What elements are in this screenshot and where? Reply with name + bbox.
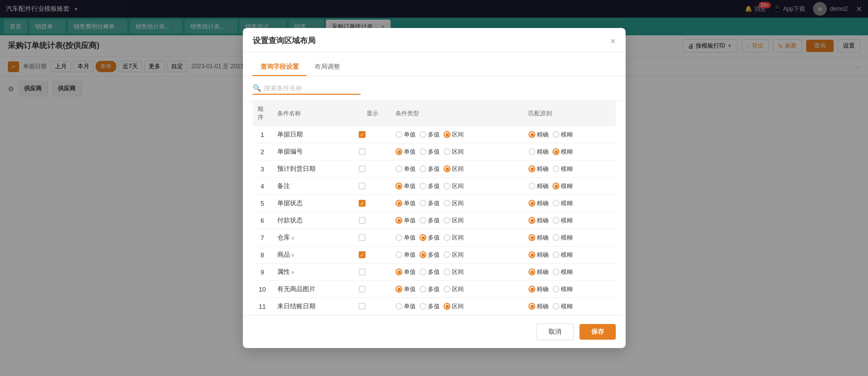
table-row: 11来日结账日期单值多值区间精确模糊 (253, 298, 616, 315)
type-radio-item[interactable]: 单值 (395, 148, 416, 156)
type-radio-item[interactable]: 单值 (395, 234, 416, 242)
radio-circle (395, 183, 402, 189)
type-radio-item[interactable]: 单值 (395, 199, 416, 208)
dialog-close-button[interactable]: × (610, 37, 616, 46)
display-checkbox[interactable] (359, 165, 366, 172)
type-radio-item[interactable]: 区间 (444, 148, 464, 156)
col-match: 匹配原则 (524, 101, 615, 126)
match-radio-item[interactable]: 精确 (528, 302, 549, 311)
display-checkbox[interactable] (359, 286, 366, 293)
display-checkbox[interactable] (359, 217, 366, 224)
radio-circle (552, 131, 559, 138)
type-radio-item[interactable]: 区间 (444, 234, 464, 242)
match-radio-item[interactable]: 精确 (528, 268, 549, 276)
display-checkbox[interactable] (359, 234, 366, 241)
radio-circle (420, 251, 426, 258)
match-radio-item[interactable]: 模糊 (552, 131, 573, 139)
type-radio-item[interactable]: 多值 (420, 268, 440, 276)
type-radio-group: 单值多值区间 (395, 234, 519, 242)
radio-circle (444, 183, 450, 189)
type-radio-item[interactable]: 多值 (420, 131, 440, 139)
type-radio-item[interactable]: 区间 (444, 199, 464, 208)
radio-circle (528, 165, 535, 172)
type-radio-item[interactable]: 区间 (444, 216, 464, 225)
match-radio-item[interactable]: 精确 (528, 148, 549, 156)
row-num: 6 (253, 212, 272, 229)
type-radio-item[interactable]: 区间 (444, 165, 464, 173)
type-radio-item[interactable]: 单值 (395, 182, 416, 190)
match-radio-item[interactable]: 精确 (528, 251, 549, 259)
type-radio-item[interactable]: 多值 (420, 148, 440, 156)
match-radio-item[interactable]: 模糊 (552, 251, 573, 259)
type-radio-item[interactable]: 单值 (395, 216, 416, 225)
match-radio-item[interactable]: 精确 (528, 131, 549, 139)
type-radio-item[interactable]: 多值 (420, 165, 440, 173)
match-radio-item[interactable]: 模糊 (552, 182, 573, 190)
match-radio-item[interactable]: 精确 (528, 165, 549, 173)
radio-circle (420, 217, 426, 224)
display-checkbox[interactable] (359, 183, 366, 189)
save-button[interactable]: 保存 (579, 324, 616, 340)
match-radio-item[interactable]: 模糊 (552, 268, 573, 276)
match-radio-item[interactable]: 模糊 (552, 234, 573, 242)
type-radio-item[interactable]: 多值 (420, 302, 440, 311)
display-checkbox[interactable]: ✓ (359, 251, 366, 258)
col-condition-name: 条件名称 (272, 101, 354, 126)
type-radio-item[interactable]: 多值 (420, 285, 440, 294)
match-radio-item[interactable]: 精确 (528, 285, 549, 294)
cancel-button[interactable]: 取消 (536, 323, 574, 340)
table-row: 2单据编号单值多值区间精确模糊 (253, 143, 616, 161)
type-radio-group: 单值多值区间 (395, 268, 519, 276)
type-radio-item[interactable]: 区间 (444, 131, 464, 139)
type-radio-item[interactable]: 多值 (420, 251, 440, 259)
match-radio-item[interactable]: 模糊 (552, 216, 573, 225)
match-radio-group: 精确模糊 (528, 268, 610, 276)
type-radio-item[interactable]: 区间 (444, 302, 464, 311)
display-checkbox[interactable] (359, 269, 366, 275)
display-checkbox[interactable] (359, 303, 366, 310)
match-radio-item[interactable]: 精确 (528, 234, 549, 242)
display-checkbox[interactable] (359, 148, 366, 155)
match-radio-item[interactable]: 模糊 (552, 148, 573, 156)
match-radio-group: 精确模糊 (528, 199, 610, 208)
type-radio-item[interactable]: 多值 (420, 182, 440, 190)
match-radio-item[interactable]: 精确 (528, 199, 549, 208)
radio-circle (395, 217, 402, 224)
match-radio-group: 精确模糊 (528, 234, 610, 242)
row-num: 9 (253, 264, 272, 281)
match-radio-item[interactable]: 模糊 (552, 165, 573, 173)
search-input[interactable] (264, 84, 361, 92)
type-radio-item[interactable]: 多值 (420, 199, 440, 208)
match-radio-item[interactable]: 模糊 (552, 285, 573, 294)
tab-layout-adjust[interactable]: 布局调整 (307, 58, 348, 76)
row-match-cell: 精确模糊 (524, 298, 615, 315)
match-radio-item[interactable]: 精确 (528, 216, 549, 225)
type-radio-item[interactable]: 单值 (395, 251, 416, 259)
match-radio-group: 精确模糊 (528, 165, 610, 173)
row-type-cell: 单值多值区间 (391, 229, 524, 246)
chevron-down-icon: ∨ (290, 269, 295, 275)
radio-circle (528, 183, 535, 189)
radio-circle (395, 269, 402, 275)
type-radio-item[interactable]: 多值 (420, 216, 440, 225)
type-radio-item[interactable]: 单值 (395, 165, 416, 173)
display-checkbox[interactable]: ✓ (359, 131, 366, 138)
type-radio-item[interactable]: 多值 (420, 234, 440, 242)
type-radio-item[interactable]: 单值 (395, 131, 416, 139)
match-radio-item[interactable]: 模糊 (552, 302, 573, 311)
type-radio-item[interactable]: 区间 (444, 251, 464, 259)
radio-circle (528, 269, 535, 275)
display-checkbox[interactable]: ✓ (359, 200, 366, 207)
match-radio-item[interactable]: 模糊 (552, 199, 573, 208)
type-radio-item[interactable]: 单值 (395, 268, 416, 276)
type-radio-item[interactable]: 区间 (444, 182, 464, 190)
type-radio-item[interactable]: 区间 (444, 285, 464, 294)
radio-circle (395, 251, 402, 258)
type-radio-item[interactable]: 单值 (395, 302, 416, 311)
row-display-checkbox-cell (354, 264, 391, 281)
radio-circle (552, 303, 559, 310)
type-radio-item[interactable]: 单值 (395, 285, 416, 294)
tab-query-fields[interactable]: 查询字段设置 (253, 58, 307, 76)
type-radio-item[interactable]: 区间 (444, 268, 464, 276)
match-radio-item[interactable]: 精确 (528, 182, 549, 190)
